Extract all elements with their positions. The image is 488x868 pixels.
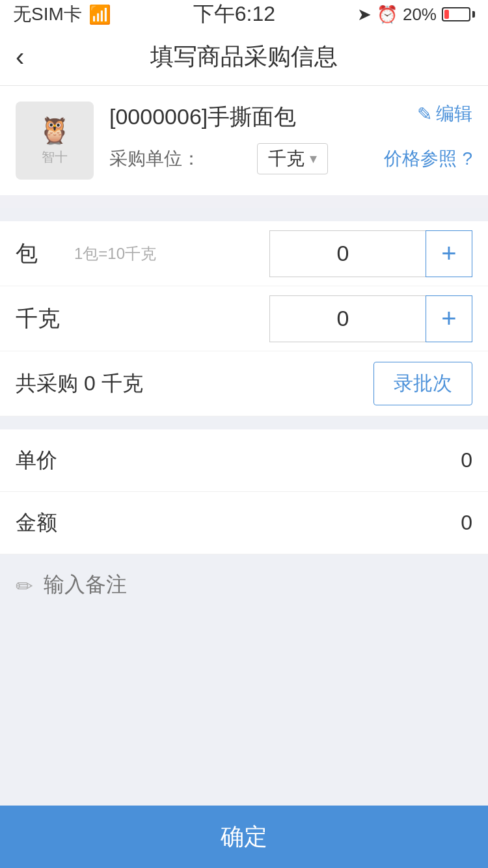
question-icon: ? [462,148,472,169]
total-text: 共采购 0 千克 [16,370,373,398]
bag-label: 包 [16,239,68,269]
bag-sublabel: 1包=10千克 [74,243,269,264]
total-unit: 千克 [102,372,143,395]
back-button[interactable]: ‹ [16,42,24,72]
unit-value: 千克 [268,146,305,171]
kg-input[interactable] [269,295,426,342]
nav-bar: ‹ 填写商品采购信息 [0,29,488,86]
unit-price-value: 0 [461,448,472,472]
divider-2 [0,416,488,429]
kg-input-row: 千克 + [0,286,488,351]
status-bar: 无SIM卡 📶 下午6:12 ➤ ⏰ 20% [0,0,488,29]
price-ref-label: 价格参照 [384,146,457,171]
battery-icon [442,7,475,21]
unit-label: 采购单位： [109,146,200,171]
note-input[interactable] [44,573,472,597]
status-time: 下午6:12 [193,0,275,29]
product-thumbnail: 🦉 智十 [16,102,94,180]
confirm-button[interactable]: 确定 [0,806,488,868]
edit-button[interactable]: ✎ 编辑 [417,102,472,126]
battery-percent: 20% [403,5,437,25]
amount-row: 金额 0 [0,492,488,554]
divider-1 [0,208,488,221]
bag-plus-button[interactable]: + [426,230,472,277]
page-title: 填写商品采购信息 [150,41,338,73]
bag-input[interactable] [269,230,426,277]
product-logo-icon: 🦉 [38,115,71,146]
unit-price-label: 单价 [16,446,461,475]
pencil-icon: ✏ [16,574,33,599]
total-prefix: 共采购 [16,372,78,395]
unit-select[interactable]: 千克 ▾ [257,143,328,174]
total-amount: 0 [84,372,96,395]
edit-icon: ✎ [417,103,432,125]
chevron-down-icon: ▾ [310,150,317,167]
kg-plus-button[interactable]: + [426,295,472,342]
product-logo-text: 智十 [42,148,68,166]
amount-label: 金额 [16,509,461,537]
price-ref-button[interactable]: 价格参照 ? [384,146,472,171]
batch-button[interactable]: 录批次 [373,362,472,405]
wifi-icon: 📶 [88,4,111,25]
product-card: 🦉 智十 [0000006]手撕面包 采购单位： 千克 ▾ 价格参照 ? ✎ 编… [0,86,488,195]
note-section: ✏ [0,554,488,815]
unit-price-row: 单价 0 [0,429,488,492]
edit-label: 编辑 [436,102,472,126]
bag-input-row: 包 1包=10千克 + [0,221,488,286]
status-left: 无SIM卡 📶 [13,2,111,27]
total-row: 共采购 0 千克 录批次 [0,351,488,416]
product-unit-row: 采购单位： 千克 ▾ 价格参照 ? [109,143,472,174]
bag-input-wrap: + [269,230,472,277]
alarm-icon: ⏰ [377,5,398,25]
carrier-label: 无SIM卡 [13,2,82,27]
kg-input-wrap: + [269,295,472,342]
kg-label: 千克 [16,304,68,334]
input-section: 包 1包=10千克 + 千克 + 共采购 0 千克 录批次 [0,221,488,416]
amount-value: 0 [461,511,472,535]
price-section: 单价 0 金额 0 [0,429,488,554]
status-right: ➤ ⏰ 20% [357,5,475,25]
location-icon: ➤ [357,5,372,25]
